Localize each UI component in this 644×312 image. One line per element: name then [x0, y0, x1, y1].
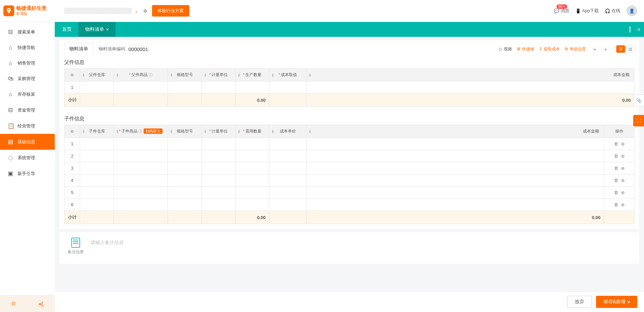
- delete-row-icon[interactable]: 🗑: [614, 178, 618, 183]
- prev-doc-icon[interactable]: ◄: [591, 47, 598, 52]
- sidebar-item-1[interactable]: ⌂快捷导航: [0, 40, 55, 55]
- parent-gear-icon[interactable]: ⚙: [70, 73, 74, 77]
- extract-icon: ↧: [539, 47, 542, 51]
- sidebar-item-label: 销售管理: [18, 60, 35, 66]
- sort-icon[interactable]: ▲▼: [238, 129, 241, 134]
- user-icon: 👤: [629, 8, 635, 14]
- add-row-icon[interactable]: ⊕: [621, 190, 625, 195]
- sidebar-icon: ⊟: [7, 106, 14, 114]
- chevron-down-icon: ▾: [627, 299, 630, 305]
- parent-subtotal-row: 小计0.000.00: [65, 94, 635, 107]
- delete-row-icon[interactable]: 🗑: [614, 202, 618, 207]
- sidebar-item-5[interactable]: ⊟资金管理: [0, 102, 55, 118]
- sidebar-item-label: 基础信息: [18, 139, 35, 145]
- save-add-button[interactable]: 保存&新增 ▾: [596, 296, 637, 308]
- delete-row-icon[interactable]: 🗑: [614, 153, 618, 159]
- gear-icon: ⚙: [565, 47, 568, 51]
- sort-icon[interactable]: ▲▼: [116, 129, 119, 134]
- company-selector[interactable]: ⌄: [64, 8, 139, 14]
- sidebar-item-label: 库存核算: [18, 91, 35, 97]
- tab-material-list[interactable]: 物料清单 ×: [78, 22, 116, 37]
- industry-plan-button[interactable]: 体验行业方案: [152, 5, 189, 17]
- sidebar-item-8[interactable]: ◌系统管理: [0, 150, 55, 166]
- sidebar-item-label: 快捷导航: [18, 45, 35, 51]
- sort-icon[interactable]: ▲▼: [204, 73, 207, 77]
- sort-icon[interactable]: ▲▼: [82, 129, 85, 134]
- remark-input[interactable]: [91, 238, 631, 247]
- logo-area[interactable]: 畅捷通好生意 标准版: [3, 5, 57, 16]
- sidebar-item-2[interactable]: ⌂销售管理: [0, 55, 55, 71]
- sidebar-item-4[interactable]: ⌂库存核算: [0, 87, 55, 102]
- sidebar: ⊟搜索菜单⌂快捷导航⌂销售管理🛍采购管理⌂库存核算⊟资金管理📋经营管理▤基础信息…: [0, 22, 55, 312]
- sort-icon[interactable]: ▲▼: [308, 129, 312, 134]
- sort-icon[interactable]: ▲▼: [170, 73, 173, 77]
- sort-icon[interactable]: ▲▼: [308, 73, 312, 77]
- tab-close-icon[interactable]: ×: [106, 27, 109, 32]
- messages-link[interactable]: 99 + 💬 消息: [554, 8, 569, 14]
- online-support-link[interactable]: 🎧 在线: [605, 8, 620, 14]
- child-row[interactable]: 5🗑⊕: [65, 187, 635, 199]
- phone-icon: 📱: [575, 8, 581, 14]
- note-icon: [71, 238, 80, 248]
- add-row-icon[interactable]: ⊕: [621, 166, 625, 171]
- add-row-icon[interactable]: ⊕: [621, 178, 625, 183]
- extract-cost-link[interactable]: ↧提取成本: [539, 46, 560, 52]
- sort-icon[interactable]: ▲▼: [238, 73, 241, 77]
- sort-icon[interactable]: ▲▼: [170, 129, 173, 134]
- scan-tag[interactable]: 扫码录入: [144, 128, 163, 134]
- sort-icon[interactable]: ▲▼: [271, 73, 274, 77]
- child-gear-icon[interactable]: ⚙: [70, 129, 74, 134]
- sidebar-icon: 📋: [7, 122, 14, 129]
- discard-button[interactable]: 放弃: [567, 296, 592, 308]
- sub-tab-material[interactable]: 物料清单: [64, 43, 93, 55]
- doc-settings-link[interactable]: ⚙单据设置: [565, 46, 586, 52]
- sort-icon[interactable]: ▲▼: [204, 129, 207, 134]
- add-row-icon[interactable]: ⊕: [621, 153, 625, 159]
- sidebar-icon: ⌂: [7, 91, 14, 98]
- settings-icon[interactable]: ⚙: [11, 301, 16, 307]
- app-header: 畅捷通好生意 标准版 ⌄ ⚙ 体验行业方案 99 + 💬 消息 📱 App下载 …: [0, 0, 644, 22]
- sidebar-item-label: 新手引导: [18, 171, 35, 177]
- sidebar-item-9[interactable]: ▣新手引导: [0, 166, 55, 182]
- info-icon[interactable]: ⓘ: [149, 73, 152, 77]
- next-doc-icon[interactable]: ►: [602, 47, 610, 52]
- add-row-icon[interactable]: ⊕: [621, 202, 625, 207]
- sidebar-item-0[interactable]: ⊟搜索菜单: [0, 24, 55, 40]
- user-avatar[interactable]: 👤: [626, 5, 637, 16]
- sort-icon[interactable]: ▲▼: [82, 73, 85, 77]
- delete-row-icon[interactable]: 🗑: [614, 166, 618, 171]
- parent-row[interactable]: 1: [65, 81, 635, 94]
- sidebar-item-3[interactable]: 🛍采购管理: [0, 71, 55, 87]
- sort-icon[interactable]: ▲▼: [116, 73, 119, 77]
- sidebar-item-7[interactable]: ▤基础信息: [0, 134, 55, 150]
- close-tab-button[interactable]: ✕: [633, 22, 644, 37]
- delete-row-icon[interactable]: 🗑: [614, 190, 618, 195]
- main-area: 首页 物料清单 × ✕ 物料清单 物料清单编码 0000001 ▷视频: [55, 22, 644, 312]
- add-row-icon[interactable]: ⊕: [621, 141, 625, 146]
- tab-home[interactable]: 首页: [55, 22, 78, 37]
- shortcut-link[interactable]: ⌘快捷键: [517, 46, 534, 52]
- child-row[interactable]: 4🗑⊕: [65, 174, 635, 187]
- sidebar-icon: ▣: [7, 170, 14, 177]
- attachment-panel-toggle[interactable]: 📎: [633, 95, 644, 106]
- expand-panel-toggle[interactable]: ⛶: [633, 115, 644, 126]
- sidebar-item-6[interactable]: 📋经营管理: [0, 118, 55, 134]
- child-row[interactable]: 2🗑⊕: [65, 150, 635, 162]
- headset-icon: 🎧: [605, 8, 610, 14]
- brand-sub: 标准版: [16, 11, 47, 16]
- info-icon[interactable]: ⓘ: [139, 129, 142, 133]
- message-icon: 💬: [554, 8, 559, 14]
- child-row[interactable]: 1🗑⊕: [65, 138, 635, 150]
- collapse-sidebar-icon[interactable]: ◂‖: [38, 301, 44, 307]
- sort-icon[interactable]: ▲▼: [271, 129, 274, 134]
- video-help-link[interactable]: ▷视频: [499, 46, 512, 52]
- delete-row-icon[interactable]: 🗑: [614, 141, 618, 146]
- view-detail-button[interactable]: ▤: [626, 45, 635, 53]
- app-download-link[interactable]: 📱 App下载: [575, 8, 599, 14]
- child-row[interactable]: 3🗑⊕: [65, 162, 635, 174]
- child-subtotal-row: 小计0.000.00: [65, 211, 635, 224]
- settings-gear-icon[interactable]: ⚙: [142, 7, 149, 15]
- view-list-button[interactable]: ☰: [616, 45, 625, 53]
- tabs-expand-handle[interactable]: [627, 22, 633, 37]
- child-row[interactable]: 6🗑⊕: [65, 199, 635, 211]
